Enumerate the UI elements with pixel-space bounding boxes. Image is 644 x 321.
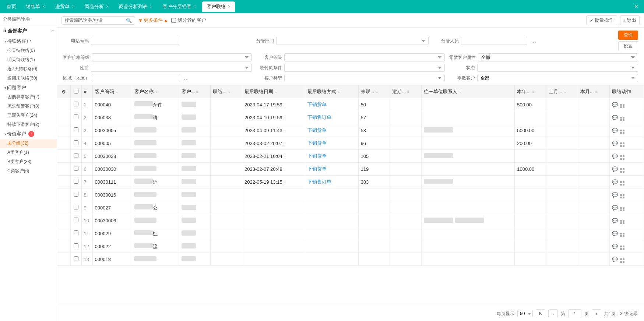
row-checkbox[interactable] [74,205,78,209]
close-segment-icon[interactable]: × [194,4,196,9]
payment-select[interactable] [284,64,445,72]
tab-salesorder[interactable]: 销售单 × [21,1,49,12]
row-checkbox[interactable] [74,179,78,184]
chat-icon[interactable]: 💬 [612,154,618,159]
col-this-year[interactable]: 本年...⇅ [515,85,546,98]
page-size-select[interactable]: 50 [517,310,533,317]
close-analysis-list-icon[interactable]: × [150,4,152,9]
grid-action-icon[interactable] [620,127,624,134]
sidebar-search-input[interactable] [3,17,57,22]
sidebar-item-declining[interactable]: 持续下滑客户(2) [0,120,57,129]
customer-type-select[interactable] [284,74,445,82]
grid-action-icon[interactable] [620,217,624,224]
col-last-way[interactable]: 最后联络方式⇅ [305,85,358,98]
row-last-way[interactable]: 下销货单 [307,127,327,133]
row-last-way[interactable]: 下销售订单 [307,179,331,184]
row-checkbox[interactable] [74,230,78,235]
grid-action-icon[interactable] [620,204,624,211]
row-last-way[interactable]: 下销货单 [307,140,327,146]
sidebar-item-churn-warning[interactable]: 流失预警客户(3) [0,102,57,111]
sidebar-item-today-pending[interactable]: 今天待联络(0) [0,46,57,55]
prev-page-btn[interactable]: ‹ [548,309,558,318]
chat-icon[interactable]: 💬 [612,141,618,146]
staff-dots-icon[interactable]: … [529,38,538,44]
tab-customer-contact[interactable]: 客户联络 × [202,1,235,12]
row-last-way[interactable]: 下销货单 [307,166,327,172]
sidebar-item-class-a[interactable]: A类客户(1) [0,148,57,157]
sidebar-item-7day-pending[interactable]: 近7天待联络(0) [0,64,57,74]
row-last-way[interactable]: 下销货单 [307,102,327,107]
chat-icon[interactable]: 💬 [612,192,618,198]
my-customers-check[interactable] [171,18,176,23]
row-last-way[interactable]: 下销货单 [307,153,327,159]
row-checkbox[interactable] [74,192,78,197]
grid-action-icon[interactable] [620,165,624,173]
chat-icon[interactable]: 💬 [612,231,618,236]
region-dots-icon[interactable]: … [182,75,190,81]
export-btn[interactable]: ↓ 导出 [620,15,640,25]
row-checkbox[interactable] [74,102,78,106]
nav-home[interactable]: 首页 [3,3,20,10]
col-last-date[interactable]: 最后联络日期⇅ [242,85,305,98]
col-checkbox[interactable] [70,85,81,98]
col-last-month[interactable]: 上月...⇅ [546,85,578,98]
sidebar-problem-section[interactable]: ▾ 问题客户 [0,83,57,92]
sidebar-item-class-b[interactable]: B类客户(33) [0,157,57,166]
chat-icon[interactable]: 💬 [612,128,618,133]
chat-icon[interactable]: 💬 [612,115,618,120]
grid-action-icon[interactable] [620,140,624,147]
col-contact[interactable]: 联络...⇅ [211,85,242,98]
grid-action-icon[interactable] [620,255,624,263]
filter-more-btn[interactable]: ▼ 更多条件 ▲ [138,17,168,24]
close-purchase-icon[interactable]: × [72,4,74,9]
row-checkbox[interactable] [74,153,78,158]
col-overdue[interactable]: 逾期...⇅ [390,85,422,98]
grid-action-icon[interactable] [620,178,624,186]
chat-icon[interactable]: 💬 [612,102,618,107]
col-code[interactable]: 客户编码⇅ [92,85,132,98]
row-checkbox[interactable] [74,140,78,145]
settings-icon[interactable]: ⚙ [61,89,66,95]
chat-icon[interactable]: 💬 [612,244,618,249]
row-checkbox[interactable] [74,218,78,222]
chat-icon[interactable]: 💬 [612,179,618,185]
row-last-way[interactable]: 下销售订单 [307,114,331,120]
collapse-all-icon[interactable]: « [51,28,54,33]
grid-action-icon[interactable] [620,243,624,250]
grid-action-icon[interactable] [620,114,624,121]
close-window-icon[interactable]: × [631,3,641,11]
reset-btn[interactable]: 设置 [618,41,638,51]
region-input[interactable] [92,74,180,82]
filter-search-input[interactable] [65,18,124,23]
col-type[interactable]: 客户...⇅ [179,85,211,98]
row-checkbox[interactable] [74,166,78,171]
close-analysis-icon[interactable]: × [106,4,109,9]
filter-search-icon[interactable]: 🔍 [126,18,132,23]
price-grade-select[interactable] [92,53,252,61]
sidebar-value-section[interactable]: ▾ 价值客户 ! [0,129,57,139]
row-checkbox[interactable] [74,256,78,261]
status-select[interactable] [477,64,638,72]
chat-icon[interactable]: 💬 [612,205,618,211]
grid-action-icon[interactable] [620,191,624,198]
tab-customer-segment[interactable]: 客户分层经客 × [158,1,201,12]
grid-action-icon[interactable] [620,152,624,160]
col-partner[interactable]: 往来单位联系人⇅ [422,85,515,98]
sidebar-item-ungrouped[interactable]: 未分组(32) [0,139,57,148]
query-btn[interactable]: 查询 [618,31,638,40]
chat-icon[interactable]: 💬 [612,166,618,172]
tab-purchase[interactable]: 进货单 × [51,1,79,12]
batch-op-btn[interactable]: ✓ 批量操作 [586,15,617,25]
sidebar-item-overdue-pending[interactable]: 逾期未联络(30) [0,74,57,83]
retail-customer-select[interactable]: 全部 [477,74,638,82]
sidebar-item-tomorrow-pending[interactable]: 明天待联络(1) [0,55,57,64]
retail-attr-select[interactable]: 全部 [478,53,638,61]
row-checkbox[interactable] [74,114,78,119]
my-customers-checkbox[interactable]: 我分管的客户 [171,17,206,24]
dept-select[interactable] [276,37,429,45]
staff-input[interactable] [461,37,527,45]
col-not-contact[interactable]: 未联...⇅ [358,85,390,98]
gender-select[interactable] [91,64,252,72]
chat-icon[interactable]: 💬 [612,218,618,223]
sidebar-item-class-c[interactable]: C类客户(6) [0,166,57,176]
